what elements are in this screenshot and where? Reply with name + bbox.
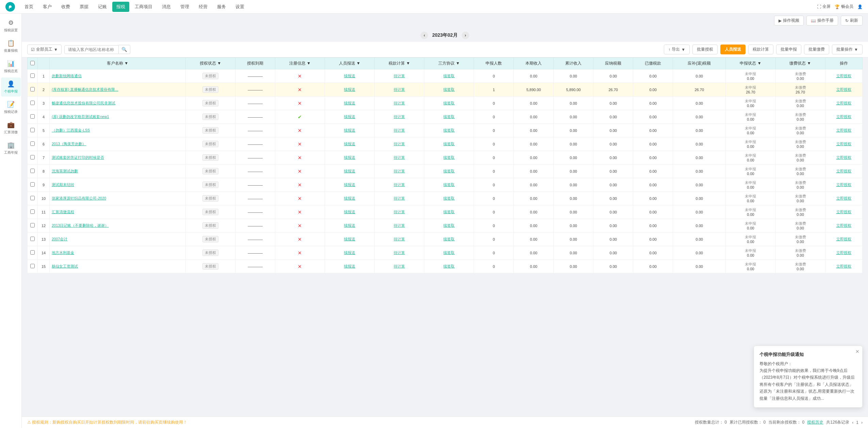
nav-item-工商项目[interactable]: 工商项目: [131, 2, 157, 12]
operation-manual-btn[interactable]: 📖 操作手册: [806, 16, 838, 25]
row-checkbox[interactable]: [30, 155, 35, 159]
nav-item-消息[interactable]: 消息: [158, 2, 175, 12]
row-action[interactable]: 立即授权: [825, 233, 862, 246]
sidebar-item-settlement[interactable]: 💼汇算清缴: [1, 118, 21, 137]
sidebar-item-tax-settings[interactable]: ⚙报税设置: [1, 16, 21, 35]
col-declare_status[interactable]: 申报状态 ▼: [726, 58, 775, 69]
row-name[interactable]: （勿删）江西股金-LSS: [50, 124, 186, 137]
sidebar-item-personal-tax[interactable]: 👤个税申报: [1, 78, 21, 97]
row-name[interactable]: 测试账套的凭证打印的时候是否: [50, 151, 186, 165]
row-tax-calc[interactable]: 待计算: [375, 219, 424, 233]
fullscreen-btn[interactable]: ⛶ 全屏: [817, 4, 831, 10]
row-checkbox[interactable]: [30, 250, 35, 255]
row-person-report[interactable]: 续报送: [325, 178, 375, 192]
select-all-checkbox[interactable]: [30, 61, 35, 65]
row-name[interactable]: 2007会计: [50, 233, 186, 246]
col-pay_status[interactable]: 缴费状态 ▼: [775, 58, 825, 69]
col-person_report[interactable]: 人员报送 ▼: [325, 58, 375, 69]
row-action[interactable]: 立即授权: [825, 124, 862, 137]
sidebar-item-tax-overview[interactable]: 📊报税总览: [1, 57, 21, 76]
row-person-report[interactable]: 续报送: [325, 151, 375, 165]
col-name[interactable]: 客户名称 ▼: [50, 58, 186, 69]
row-triparty[interactable]: 续签取: [424, 205, 474, 219]
row-name[interactable]: 沈海英测试勿删: [50, 165, 186, 178]
nav-item-首页[interactable]: 首页: [20, 2, 37, 12]
nav-item-收费[interactable]: 收费: [57, 2, 74, 12]
export-btn[interactable]: ↑ 导出 ▼: [664, 45, 690, 54]
row-tax-calc[interactable]: 待计算: [375, 83, 424, 97]
row-person-report[interactable]: 续报送: [325, 219, 375, 233]
nav-item-票据[interactable]: 票据: [76, 2, 93, 12]
row-triparty[interactable]: 续签取: [424, 97, 474, 110]
row-action[interactable]: 立即授权: [825, 83, 862, 97]
row-tax-calc[interactable]: 待计算: [375, 205, 424, 219]
tax-calc-btn[interactable]: 税款计算: [748, 45, 773, 54]
row-tax-calc[interactable]: 待计算: [375, 124, 424, 137]
row-person-report[interactable]: 续报送: [325, 83, 375, 97]
nav-item-经营[interactable]: 经营: [195, 2, 212, 12]
row-triparty[interactable]: 续签取: [424, 260, 474, 273]
row-person-report[interactable]: 续报送: [325, 246, 375, 260]
row-tax-calc[interactable]: 待计算: [375, 69, 424, 83]
col-triparty[interactable]: 三方协议 ▼: [424, 58, 474, 69]
row-checkbox[interactable]: [30, 237, 35, 241]
batch-pay-btn[interactable]: 批量缴费: [804, 45, 829, 54]
row-name[interactable]: 地方水利基金: [50, 246, 186, 260]
pagination-prev[interactable]: ‹: [852, 420, 853, 425]
nav-item-客户[interactable]: 客户: [39, 2, 56, 12]
row-person-report[interactable]: 续报送: [325, 165, 375, 178]
row-action[interactable]: 立即授权: [825, 260, 862, 273]
row-action[interactable]: 立即授权: [825, 205, 862, 219]
row-action[interactable]: 立即授权: [825, 69, 862, 83]
row-checkbox[interactable]: [30, 87, 35, 91]
nav-item-管理[interactable]: 管理: [176, 2, 193, 12]
row-tax-calc[interactable]: 待计算: [375, 165, 424, 178]
row-tax-calc[interactable]: 待计算: [375, 178, 424, 192]
batch-auth-btn[interactable]: 批量授权: [692, 45, 718, 54]
col-reg_info[interactable]: 注册信息 ▼: [275, 58, 325, 69]
row-action[interactable]: 立即授权: [825, 192, 862, 205]
row-checkbox[interactable]: [30, 73, 35, 78]
sidebar-item-tax-record[interactable]: 📝报税记录: [1, 98, 21, 117]
row-checkbox[interactable]: [30, 169, 35, 173]
row-name[interactable]: 2013日记账（不要删除哈，谢谢）: [50, 219, 186, 233]
row-name[interactable]: (库存核算) 直播畅通信息技术股份有限...: [50, 83, 186, 97]
row-triparty[interactable]: 续签取: [424, 219, 474, 233]
row-person-report[interactable]: 续报送: [325, 124, 375, 137]
personal-report-btn[interactable]: 人员报送: [720, 45, 746, 54]
employee-filter-btn[interactable]: ☑ 全部员工 ▼: [27, 45, 62, 54]
row-triparty[interactable]: 续签取: [424, 151, 474, 165]
row-person-report[interactable]: 续报送: [325, 110, 375, 124]
row-tax-calc[interactable]: 待计算: [375, 192, 424, 205]
row-tax-calc[interactable]: 待计算: [375, 260, 424, 273]
next-month-btn[interactable]: ›: [462, 32, 469, 39]
row-tax-calc[interactable]: 待计算: [375, 246, 424, 260]
sidebar-item-batch-tax[interactable]: 📋批量报税: [1, 37, 21, 56]
row-person-report[interactable]: 续报送: [325, 260, 375, 273]
row-person-report[interactable]: 续报送: [325, 192, 375, 205]
row-name[interactable]: (原) 误删勿改字格芬测试账套new1: [50, 110, 186, 124]
row-tax-calc[interactable]: 待计算: [375, 137, 424, 151]
vip-btn[interactable]: 🏆 畅会员: [835, 4, 853, 10]
row-checkbox[interactable]: [30, 114, 35, 119]
row-action[interactable]: 立即授权: [825, 110, 862, 124]
user-icon[interactable]: 👤: [857, 4, 863, 9]
row-checkbox[interactable]: [30, 182, 35, 187]
row-checkbox[interactable]: [30, 209, 35, 214]
prev-month-btn[interactable]: ‹: [421, 32, 428, 39]
row-name[interactable]: 杨仙女工资测试: [50, 260, 186, 273]
nav-item-设置[interactable]: 设置: [231, 2, 248, 12]
row-tax-calc[interactable]: 待计算: [375, 151, 424, 165]
row-triparty[interactable]: 续签取: [424, 233, 474, 246]
nav-item-报税[interactable]: 报税: [112, 2, 129, 12]
refresh-btn[interactable]: ↻ 刷新: [841, 16, 863, 25]
row-action[interactable]: 立即授权: [825, 246, 862, 260]
row-name[interactable]: 汇算清缴流程: [50, 205, 186, 219]
row-triparty[interactable]: 续签取: [424, 178, 474, 192]
row-tax-calc[interactable]: 待计算: [375, 110, 424, 124]
row-name[interactable]: 畅捷通信息技术股份有限公司民非测试: [50, 97, 186, 110]
row-action[interactable]: 立即授权: [825, 151, 862, 165]
row-triparty[interactable]: 续签取: [424, 124, 474, 137]
row-triparty[interactable]: 续签取: [424, 165, 474, 178]
row-checkbox[interactable]: [30, 128, 35, 132]
